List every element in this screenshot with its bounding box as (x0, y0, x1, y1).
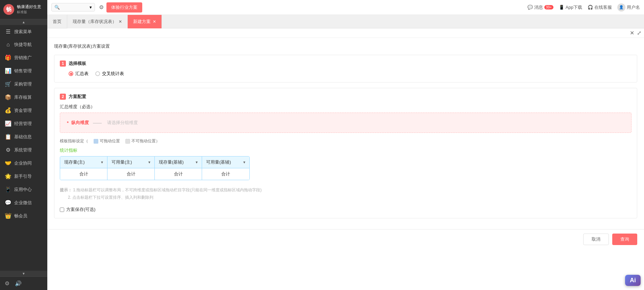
cancel-button[interactable]: 取消 (583, 234, 609, 245)
tab-inventory[interactable]: 现存量（库存状况表） ✕ (67, 15, 128, 28)
stat-col-1-chevron[interactable]: ▾ (148, 160, 150, 165)
sidebar-item-basic-info[interactable]: 📋 基础信息 (0, 130, 47, 143)
crown-icon: 👑 (5, 213, 11, 219)
operations-icon: 📈 (5, 120, 11, 127)
sidebar-item-sys-manage[interactable]: ⚙ 系统管理 (0, 143, 47, 156)
section-plan: 2 方案配置 汇总维度（必选） * 纵向维度 —— 请选择分组维度 模板指标设定… (54, 88, 637, 218)
search-input[interactable] (61, 5, 88, 10)
logo-icon: 畅 (3, 4, 14, 15)
stat-col-0-header[interactable]: 现存量(主) ▾ (60, 156, 107, 168)
indicator-legend: 模板指标设定（ 可拖动位置 不可拖动位置） (60, 138, 631, 144)
topbar-gear-icon[interactable]: ⚙ (99, 4, 104, 10)
stat-col-3-header[interactable]: 可用量(基辅) ▾ (202, 156, 249, 168)
sidebar-item-new-guide[interactable]: 🌟 新手引导 (0, 170, 47, 183)
tab-new-plan[interactable]: 新建方案 ✕ (128, 15, 162, 28)
sidebar-item-app-center[interactable]: 📱 应用中心 (0, 183, 47, 196)
phone-icon: 📱 (559, 5, 564, 10)
sidebar-item-purchase[interactable]: 🛒 采购管理 (0, 77, 47, 91)
experience-btn[interactable]: 体验行业方案 (106, 2, 142, 13)
topbar-online-service[interactable]: 🎧 在线客服 (588, 4, 612, 10)
msg-badge: 99+ (544, 5, 553, 9)
stat-col-3-chevron[interactable]: ▾ (243, 160, 245, 165)
radio-cross-label: 交叉统计表 (102, 71, 124, 77)
main-area: 🔍 ▾ ⚙ 体验行业方案 💬 消息 99+ 📱 App下载 🎧 在线客服 👤 用… (47, 0, 644, 290)
section1-num: 1 (60, 61, 66, 67)
topbar: 🔍 ▾ ⚙ 体验行业方案 💬 消息 99+ 📱 App下载 🎧 在线客服 👤 用… (47, 0, 644, 15)
ai-badge[interactable]: Ai (625, 275, 641, 286)
dim-arrow: —— (93, 120, 102, 125)
topbar-messages[interactable]: 💬 消息 99+ (527, 4, 553, 10)
section2-header: 2 方案配置 (60, 94, 631, 100)
tab-new-plan-close[interactable]: ✕ (153, 19, 156, 24)
sidebar-item-quick-nav[interactable]: ⌂ 快捷导航 (0, 38, 47, 51)
sidebar-item-label: 资金管理 (14, 107, 32, 114)
logo-badge: 标准版 (17, 10, 41, 15)
tab-home[interactable]: 首页 (47, 15, 67, 28)
tab-inventory-close[interactable]: ✕ (119, 19, 122, 24)
topbar-user[interactable]: 👤 用户名 (617, 3, 640, 11)
sidebar-item-inventory[interactable]: 📦 库存核算 (0, 91, 47, 104)
sidebar-item-enterprise-wechat[interactable]: 💬 企业微信 (0, 196, 47, 209)
sidebar-nav: ☰ 搜索菜单 ⌂ 快捷导航 🎁 营销推广 📊 销售管理 🛒 采购管理 📦 库存核… (0, 25, 47, 271)
sidebar-item-operations[interactable]: 📈 经营管理 (0, 117, 47, 130)
stat-col-0-chevron[interactable]: ▾ (101, 160, 103, 165)
legend-fixed-label: 不可拖动位置） (131, 138, 160, 144)
stat-col-2-header[interactable]: 现存量(基辅) ▾ (155, 156, 202, 168)
sidebar-item-sales[interactable]: 📊 销售管理 (0, 64, 47, 77)
section2-num: 2 (60, 94, 66, 100)
sidebar-logo: 畅 畅康通好生意 标准版 (0, 0, 47, 19)
stat-table-header-row: 现存量(主) ▾ 合计 可用量(主) ▾ 合计 (60, 156, 249, 180)
stat-col-1-header[interactable]: 可用量(主) ▾ (107, 156, 154, 168)
stat-col-1-cell: 合计 (107, 168, 154, 180)
sidebar-item-finance[interactable]: 💰 资金管理 (0, 104, 47, 117)
stat-col-1-label: 可用量(主) (112, 159, 132, 165)
tips-title: 提示： (60, 188, 72, 192)
headset-icon: 🎧 (588, 5, 593, 10)
sidebar-item-label: 快捷导航 (14, 42, 32, 48)
panel-close-btn[interactable]: ✕ (630, 30, 634, 36)
stat-col-3-label: 可用量(基辅) (206, 159, 231, 165)
sidebar-item-marketing[interactable]: 🎁 营销推广 (0, 51, 47, 64)
sidebar-item-label: 企业协同 (14, 160, 32, 166)
sidebar-scroll-down[interactable]: ▼ (0, 271, 47, 276)
stat-col-0-cell: 合计 (60, 168, 107, 180)
draggable-box-icon (94, 139, 98, 144)
save-option: 方案保存(可选) (60, 207, 631, 213)
sidebar-scroll-up[interactable]: ▲ (0, 19, 47, 25)
indicator-label-text: 模板指标设定（ (60, 138, 88, 144)
msg-label: 消息 (534, 4, 543, 10)
sidebar-item-enterprise[interactable]: 🤝 企业协同 (0, 156, 47, 170)
sidebar-item-label: 搜索菜单 (14, 29, 32, 35)
footer-bar: 取消 查询 (47, 229, 644, 249)
panel-controls: ✕ ⤢ (47, 28, 644, 38)
panel-title: 现存量(库存状况表)方案设置 (54, 43, 637, 49)
list-icon: 📋 (5, 134, 11, 140)
dimension-box[interactable]: * 纵向维度 —— 请选择分组维度 (60, 113, 631, 133)
query-button[interactable]: 查询 (612, 234, 637, 245)
panel: 现存量(库存状况表)方案设置 1 选择模板 汇总表 交叉统计表 (47, 38, 644, 229)
settings-icon[interactable]: ⚙ (5, 280, 9, 287)
search-box[interactable]: 🔍 ▾ (51, 3, 95, 11)
dropdown-icon[interactable]: ▾ (90, 5, 92, 10)
stat-table: 现存量(主) ▾ 合计 可用量(主) ▾ 合计 (60, 156, 250, 180)
topbar-app-download[interactable]: 📱 App下载 (559, 4, 582, 10)
stat-col-0: 现存量(主) ▾ 合计 (60, 156, 107, 180)
stat-col-2-chevron[interactable]: ▾ (196, 160, 198, 165)
radio-cross[interactable]: 交叉统计表 (95, 71, 124, 77)
radio-summary[interactable]: 汇总表 (69, 71, 89, 77)
star-icon: 🌟 (5, 173, 11, 179)
sidebar-item-vip-member[interactable]: 👑 畅会员 (0, 209, 47, 222)
home-icon: ⌂ (5, 42, 11, 48)
sidebar-item-search-menu[interactable]: ☰ 搜索菜单 (0, 25, 47, 38)
speaker-icon[interactable]: 🔊 (15, 280, 22, 287)
panel-expand-btn[interactable]: ⤢ (637, 30, 641, 36)
dimension-label: 汇总维度（必选） (60, 104, 631, 110)
fixed-box-icon (125, 139, 130, 144)
sidebar-item-label: 采购管理 (14, 81, 32, 87)
template-options: 汇总表 交叉统计表 (69, 71, 631, 77)
sidebar-item-label: 畅会员 (14, 213, 27, 219)
stat-col-2-label: 现存量(基辅) (159, 159, 184, 165)
handshake-icon: 🤝 (5, 160, 11, 166)
cart-icon: 🛒 (5, 81, 11, 87)
save-checkbox[interactable] (60, 208, 64, 212)
